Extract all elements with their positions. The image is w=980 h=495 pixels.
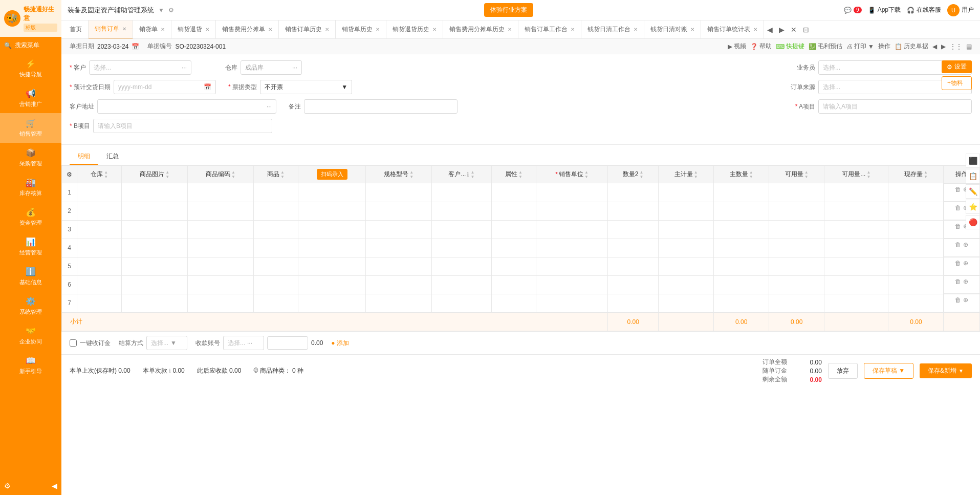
col-sales-unit[interactable]: *销售单位▲▼ [536, 166, 608, 183]
row-warehouse[interactable] [77, 202, 122, 220]
col-current-qty[interactable]: 现存量▲▼ [888, 166, 944, 183]
copy-row-icon[interactable]: ⊕ [963, 241, 968, 254]
row-current-qty[interactable] [888, 294, 944, 313]
table-scroll-container[interactable]: ⚙ 仓库▲▼ 商品图片▲▼ 商品编码▲▼ 商品▲▼ [61, 165, 980, 331]
row-sales-unit[interactable] [536, 294, 608, 313]
row-main-qty[interactable] [714, 275, 769, 294]
row-sales-unit[interactable] [536, 257, 608, 275]
tab-daily-workbench[interactable]: 钱货日清工作台 ✕ [581, 20, 644, 39]
row-warehouse[interactable] [77, 183, 122, 202]
row-product-code[interactable] [188, 220, 254, 239]
industry-solution-button[interactable]: 体验行业方案 [484, 3, 533, 17]
row-sales-unit[interactable] [536, 239, 608, 257]
tab-fee-history[interactable]: 销售费用分摊单历史 ✕ [443, 20, 518, 39]
col-attribute[interactable]: 属性▲▼ [491, 166, 536, 183]
row-product-code[interactable] [188, 257, 254, 275]
row-main-qty[interactable] [714, 257, 769, 275]
sidebar-item-inventory[interactable]: 🏭 库存核算 [0, 173, 61, 202]
row-qty2[interactable] [608, 183, 659, 202]
delete-row-icon[interactable]: 🗑 [955, 186, 961, 199]
shortcut-button[interactable]: ⌨ 快捷键 [776, 42, 804, 51]
row-spec[interactable] [366, 220, 432, 239]
layout-list-icon[interactable]: ▤ [966, 43, 972, 50]
col-main-unit[interactable]: 主计量▲▼ [659, 166, 714, 183]
col-available-qty2[interactable]: 可用量...▲▼ [824, 166, 888, 183]
row-available-qty[interactable] [769, 239, 824, 257]
row-scan[interactable] [298, 202, 366, 220]
tab-close-icon[interactable]: ✕ [205, 27, 209, 32]
row-available-qty2[interactable] [824, 183, 888, 202]
row-sales-unit[interactable] [536, 202, 608, 220]
row-spec[interactable] [366, 202, 432, 220]
col-warehouse[interactable]: 仓库▲▼ [77, 166, 122, 183]
row-qty2[interactable] [608, 239, 659, 257]
row-customer-code[interactable] [432, 239, 492, 257]
row-spec[interactable] [366, 275, 432, 294]
row-product-code[interactable] [188, 275, 254, 294]
calendar-icon[interactable]: 📅 [132, 43, 139, 50]
tab-close-icon[interactable]: ✕ [690, 27, 694, 32]
view-video-button[interactable]: ▶ 视频 [728, 42, 746, 51]
row-main-qty[interactable] [714, 294, 769, 313]
one-click-checkbox[interactable] [70, 339, 77, 347]
row-spec[interactable] [366, 294, 432, 313]
row-warehouse[interactable] [77, 239, 122, 257]
right-side-btn-4[interactable]: ⭐ [966, 200, 980, 214]
delete-row-icon[interactable]: 🗑 [955, 278, 961, 291]
add-material-button[interactable]: +物料 [942, 76, 972, 90]
row-current-qty[interactable] [888, 239, 944, 257]
row-available-qty[interactable] [769, 275, 824, 294]
row-main-qty[interactable] [714, 239, 769, 257]
add-payment-button[interactable]: ● 添加 [331, 339, 349, 348]
row-scan[interactable] [298, 220, 366, 239]
row-product-image[interactable] [122, 202, 188, 220]
row-product-name[interactable] [253, 257, 298, 275]
row-available-qty2[interactable] [824, 294, 888, 313]
sidebar-item-base-info[interactable]: ℹ️ 基础信息 [0, 262, 61, 291]
sidebar-item-system[interactable]: ⚙️ 系统管理 [0, 291, 61, 321]
row-main-unit[interactable] [659, 275, 714, 294]
sidebar-item-guide[interactable]: 📖 新手引导 [0, 351, 61, 380]
remark-input[interactable] [304, 99, 458, 114]
online-service-button[interactable]: 🎧 在线客服 [907, 6, 941, 14]
row-main-unit[interactable] [659, 202, 714, 220]
account-input[interactable]: 选择... ··· [223, 336, 264, 350]
scan-input-button[interactable]: 扫码录入 [317, 169, 347, 180]
right-side-btn-1[interactable]: ⬛ [966, 154, 980, 168]
col-product-name[interactable]: 商品▲▼ [253, 166, 298, 183]
row-spec[interactable] [366, 257, 432, 275]
row-main-unit[interactable] [659, 220, 714, 239]
row-customer-code[interactable] [432, 183, 492, 202]
warehouse-input[interactable]: 成品库 ··· [241, 60, 302, 75]
row-attribute[interactable] [491, 220, 536, 239]
tab-close-icon[interactable]: ✕ [508, 27, 512, 32]
row-product-image[interactable] [122, 275, 188, 294]
row-available-qty[interactable] [769, 294, 824, 313]
tab-daily-reconcile[interactable]: 钱货日清对账 ✕ [644, 20, 701, 39]
tab-close-icon[interactable]: ✕ [376, 27, 380, 32]
tab-close-icon[interactable]: ✕ [571, 27, 575, 32]
row-main-unit[interactable] [659, 257, 714, 275]
sidebar-search[interactable]: 🔍 搜索菜单 [0, 37, 61, 54]
message-button[interactable]: 💬 9 [844, 7, 862, 14]
col-spec[interactable]: 规格型号▲▼ [366, 166, 432, 183]
help-button[interactable]: ❓ 帮助 [750, 42, 772, 51]
row-qty2[interactable] [608, 257, 659, 275]
row-attribute[interactable] [491, 183, 536, 202]
user-button[interactable]: U 用户 [947, 4, 974, 16]
copy-row-icon[interactable]: ⊕ [963, 278, 968, 291]
row-main-unit[interactable] [659, 183, 714, 202]
row-available-qty2[interactable] [824, 275, 888, 294]
row-product-code[interactable] [188, 202, 254, 220]
row-sales-unit[interactable] [536, 275, 608, 294]
row-current-qty[interactable] [888, 257, 944, 275]
customer-address-input[interactable]: ··· [97, 99, 276, 114]
tab-summary[interactable]: 汇总 [98, 149, 127, 165]
print-button[interactable]: 🖨 打印 ▼ [846, 42, 874, 51]
copy-row-icon[interactable]: ⊕ [963, 296, 968, 310]
tab-close-icon[interactable]: ✕ [161, 27, 165, 32]
layout-grid-icon[interactable]: ⋮⋮ [950, 43, 962, 50]
right-side-btn-3[interactable]: ✏️ [966, 184, 980, 199]
row-product-image[interactable] [122, 220, 188, 239]
sidebar-item-marketing[interactable]: 📢 营销推广 [0, 83, 61, 113]
